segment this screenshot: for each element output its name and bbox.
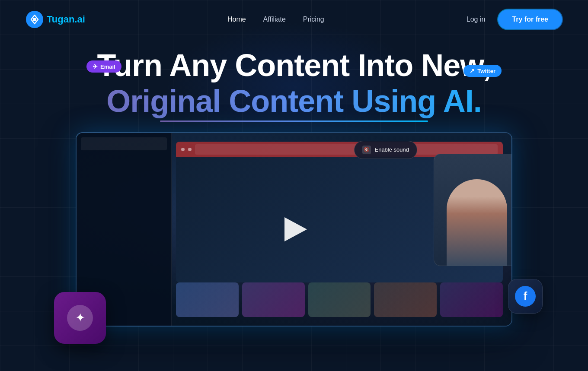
nav-item-home[interactable]: Home bbox=[227, 16, 246, 23]
fake-title-bar bbox=[195, 144, 498, 155]
cursor-icon-twitter: ↗ bbox=[470, 67, 475, 74]
thumbnail-2 bbox=[242, 282, 305, 317]
sound-mute-icon: 🔇 bbox=[362, 146, 371, 154]
logo-icon bbox=[26, 11, 43, 28]
video-container: 🔇 Enable sound f ✦ bbox=[76, 132, 512, 327]
video-frame[interactable] bbox=[76, 132, 512, 327]
person-frame bbox=[434, 154, 512, 266]
app-icon: ✦ bbox=[67, 305, 93, 331]
svg-point-1 bbox=[33, 18, 36, 21]
nav-link-affiliate[interactable]: Affiliate bbox=[263, 16, 286, 23]
thumbnail-3 bbox=[308, 282, 371, 317]
email-badge: ✈ Email bbox=[86, 60, 121, 73]
hero-title: Turn Any Content Into New, Original Cont… bbox=[0, 48, 588, 119]
person-silhouette bbox=[447, 179, 507, 266]
nav-link-pricing[interactable]: Pricing bbox=[303, 16, 324, 23]
play-button[interactable] bbox=[277, 212, 311, 247]
dot1 bbox=[181, 148, 185, 151]
hero-title-line2: Original Content Using AI. bbox=[0, 83, 588, 119]
nav-item-pricing[interactable]: Pricing bbox=[303, 16, 324, 23]
login-button[interactable]: Log in bbox=[467, 16, 486, 23]
video-thumbnails bbox=[176, 282, 503, 317]
nav-right: Log in Try for free bbox=[467, 10, 562, 29]
nav-links: Home Affiliate Pricing bbox=[227, 16, 324, 23]
cursor-icon: ✈ bbox=[93, 63, 98, 70]
bottom-left-app-card: ✦ bbox=[54, 292, 106, 344]
dot2 bbox=[188, 148, 192, 151]
thumbnail-5 bbox=[440, 282, 503, 317]
thumbnail-1 bbox=[176, 282, 239, 317]
hero-section: ✈ Email ↗ Twitter Turn Any Content Into … bbox=[0, 39, 588, 327]
play-triangle-icon bbox=[284, 217, 307, 241]
thumbnail-4 bbox=[374, 282, 437, 317]
logo[interactable]: Tugan.ai bbox=[26, 11, 85, 28]
logo-text: Tugan.ai bbox=[47, 14, 85, 25]
navbar: Tugan.ai Home Affiliate Pricing Log in T… bbox=[0, 0, 588, 39]
facebook-card: f bbox=[508, 279, 543, 314]
nav-link-home[interactable]: Home bbox=[227, 16, 246, 23]
twitter-badge: ↗ Twitter bbox=[463, 65, 502, 77]
facebook-icon: f bbox=[515, 286, 536, 307]
enable-sound-button[interactable]: 🔇 Enable sound bbox=[354, 141, 417, 159]
try-free-button[interactable]: Try for free bbox=[498, 10, 562, 29]
nav-item-affiliate[interactable]: Affiliate bbox=[263, 16, 286, 23]
